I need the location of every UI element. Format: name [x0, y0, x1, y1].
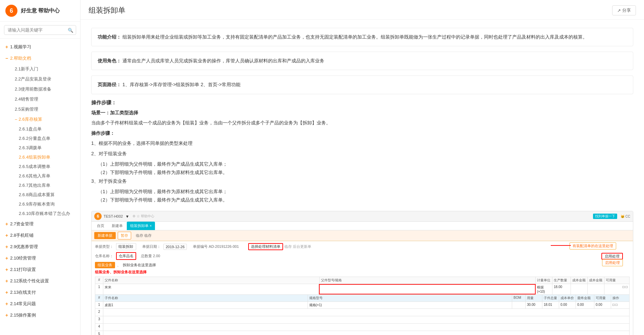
tab-home[interactable]: 自页: [94, 222, 108, 230]
sidebar-item-ops[interactable]: + 2.10经营管理: [0, 253, 80, 264]
sidebar-item-2.6.3[interactable]: 2.6.3调拨单: [15, 143, 80, 153]
nav-item-video: + 1.视频学习: [0, 41, 80, 53]
nav-tree: + 1.视频学习 − 2.帮助文档 2.1新手入门 2.2产品安装及登录 2.3…: [0, 39, 80, 335]
nav-sub-inventory: 2.6.1盘点单 2.6.2分量盘点单 2.6.3调拨单 2.6.4组装拆卸单 …: [9, 124, 80, 218]
sr-empty-2: [103, 309, 629, 316]
nav-item-faq: + 2.14常见问题: [0, 298, 80, 310]
field-date[interactable]: 2019-12-26: [163, 244, 187, 250]
app-company-id: TEST-H002: [104, 214, 123, 218]
main-content: 组装拆卸单 ↗ 分享 功能介绍： 组装拆卸单用来处理企业组装或拆卸等加工业务，支…: [80, 0, 644, 335]
th-name: 父件名称: [103, 277, 320, 284]
sidebar-item-coupon[interactable]: + 2.9优惠券管理: [0, 241, 80, 253]
sr-empty-5: [103, 331, 629, 335]
sidebar-item-inventory[interactable]: − 2.6库存核算: [9, 114, 80, 124]
sub-row-5: 5: [95, 331, 630, 335]
btn-new-doc[interactable]: 新建单据: [94, 232, 116, 239]
app-icons: ⚙ ☆ 帮助中心: [132, 214, 154, 219]
td-cost2-1: [588, 284, 604, 294]
step-2: 2、对于组装业务: [91, 150, 633, 158]
th-model: 父件型号/规格: [320, 277, 536, 284]
role-text: 通常由生产人员或库管人员完成拆装业务的操作，库管人员确认原材料的出库和产成品的入…: [122, 58, 324, 63]
path-text: 1、库存核算->库存管理->组装拆卸单 2、首页->常用功能: [122, 82, 240, 87]
nav-item-docs: − 2.帮助文档 2.1新手入门 2.2产品安装及登录 2.3使用前数据准备 2…: [0, 53, 80, 218]
sidebar-item-finance[interactable]: + 2.7资金管理: [0, 218, 80, 230]
new-doc-badge: 找到单据一下: [593, 214, 617, 219]
nav-item-pay: + 2.13在线支付: [0, 287, 80, 298]
op-steps-container: 操作步骤： 场景一：加工类型选择 当由多个子件材料组装成一个成品的业务为【组装】…: [91, 100, 633, 205]
step-3: 3、对于拆卖业务: [91, 177, 633, 185]
sidebar-item-2.6.1[interactable]: 2.6.1盘点单: [15, 124, 80, 134]
th-cost1: 成本金额: [571, 277, 588, 284]
sidebar-item-purchase[interactable]: 2.5采购管理: [9, 104, 80, 114]
op-type-row: 组装业务 、 拆卸业务在这里选择 组装业务、拆卸业务在这里选择: [95, 262, 630, 275]
sidebar-item-mobile[interactable]: + 2.8手机旺铺: [0, 230, 80, 241]
tab-new[interactable]: 新建单: [108, 222, 126, 230]
sth-avail: 可用量: [594, 295, 611, 301]
sidebar-item-custom[interactable]: + 2.12系统个性化设置: [0, 275, 80, 287]
sth-amount: 最终金额: [576, 295, 594, 301]
sidebar-item-print[interactable]: + 2.11打印设置: [0, 264, 80, 275]
sidebar-item-pay[interactable]: + 2.13在线支付: [0, 287, 80, 298]
sidebar-item-2.6.9[interactable]: 2.6.9库存账本查询: [15, 200, 80, 209]
btn-assemble[interactable]: 组装业务: [95, 262, 115, 268]
btn-activate-process[interactable]: 启用处理: [601, 253, 623, 260]
sidebar-item-case[interactable]: + 2.15操作案例: [0, 310, 80, 321]
sidebar-item-docs[interactable]: − 2.帮助文档: [0, 53, 80, 64]
sidebar-item-2.6.10[interactable]: 2.6.10库存账本错了怎么办: [15, 209, 80, 218]
sidebar-item-2.6.6[interactable]: 2.6.6其他入库单: [15, 171, 80, 181]
arrow-line-1: [551, 245, 571, 246]
sidebar-item-sales[interactable]: 2.4销售管理: [9, 94, 80, 104]
search-bar: 🔍: [0, 22, 80, 39]
sth-act: [621, 295, 629, 301]
path-section: 页面路径： 1、库存核算->库存管理->组装拆卸单 2、首页->常用功能: [91, 75, 633, 94]
sidebar-item-2.6.7[interactable]: 2.6.7其他出库单: [15, 181, 80, 190]
td-name-1: 米米: [103, 284, 319, 294]
step-1: 1、根据不同的业务，选择不同单据的类型来处理: [91, 139, 633, 148]
sth-cost: 成本单价: [559, 295, 576, 301]
label-disassemble: 拆卸业务在这里选择: [123, 263, 156, 268]
sidebar-item-2.6.4[interactable]: 2.6.4组装拆卸单: [15, 153, 80, 162]
sidebar-item-data[interactable]: 2.3使用前数据准备: [9, 84, 80, 94]
annotation-process-btn: 启用处理 启用处理: [601, 253, 623, 259]
field-doc-type[interactable]: 组装拆卸: [116, 243, 136, 250]
share-button[interactable]: ↗ 分享: [612, 5, 636, 15]
app-topbar: 6 TEST-H002 ▾ ⚙ ☆ 帮助中心 找到单据一下 🐱 CC: [92, 211, 633, 222]
th-unit: 计量单位: [536, 277, 552, 284]
td-model-1[interactable]: [319, 284, 536, 294]
nav-item-ops: + 2.10经营管理: [0, 253, 80, 264]
sub-row-2: 2: [95, 309, 630, 316]
sr-num-1: 1: [95, 302, 103, 309]
steps-list: 1、根据不同的业务，选择不同单据的类型来处理 2、对于组装业务 （1）上部明细为…: [91, 139, 633, 204]
tab-active[interactable]: 组装拆卸单 ×: [127, 222, 155, 230]
expand-icon-pay: +: [5, 290, 8, 295]
search-input[interactable]: [4, 25, 76, 35]
btn-save[interactable]: 暂存: [118, 232, 131, 239]
sidebar: 6 好生意 帮助中心 🔍 + 1.视频学习 − 2.帮助文档 2.1新手入门 2…: [0, 0, 80, 335]
sidebar-item-2.6.2[interactable]: 2.6.2分量盘点单: [15, 134, 80, 143]
search-button[interactable]: 🔍: [68, 27, 73, 33]
sidebar-item-faq[interactable]: + 2.14常见问题: [0, 298, 80, 310]
app-screenshot: 6 TEST-H002 ▾ ⚙ ☆ 帮助中心 找到单据一下 🐱 CC 自页 新建…: [92, 211, 633, 335]
annotation-box-list: 有装配清单的在这里处理: [570, 242, 616, 249]
sidebar-item-new[interactable]: 2.1新手入门: [9, 64, 80, 74]
sidebar-item-2.6.8[interactable]: 2.6.8商品成本重算: [15, 190, 80, 200]
sub-row-4: 4: [95, 324, 630, 331]
nav-sub-docs: 2.1新手入门 2.2产品安装及登录 2.3使用前数据准备 2.4销售管理 2.…: [0, 64, 80, 218]
role-section: 使用角色： 通常由生产人员或库管人员完成拆装业务的操作，库管人员确认原材料的出库…: [91, 52, 633, 70]
sidebar-item-install[interactable]: 2.2产品安装及登录: [9, 74, 80, 84]
field-warehouse[interactable]: 仓库品名: [116, 252, 136, 260]
th-num: #: [95, 277, 103, 284]
sr-avail-1: 0.00: [594, 302, 611, 309]
nav-item-coupon: + 2.9优惠券管理: [0, 241, 80, 253]
sr-empty-4: [103, 324, 629, 331]
sth-name: 子件名称: [103, 295, 308, 301]
sr-act-1: [621, 302, 629, 309]
page-title: 组装拆卸单: [89, 5, 125, 15]
sidebar-item-video[interactable]: + 1.视频学习: [0, 41, 80, 53]
main-header: 组装拆卸单 ↗ 分享: [80, 0, 644, 20]
collapse-icon: −: [5, 56, 8, 61]
btn-process-list[interactable]: 选择处理材料清单: [248, 243, 283, 250]
op-steps-title: 操作步骤：: [91, 100, 633, 106]
sidebar-item-2.6.5[interactable]: 2.6.5成本调整单: [15, 162, 80, 171]
sub-row-3: 3: [95, 316, 630, 324]
